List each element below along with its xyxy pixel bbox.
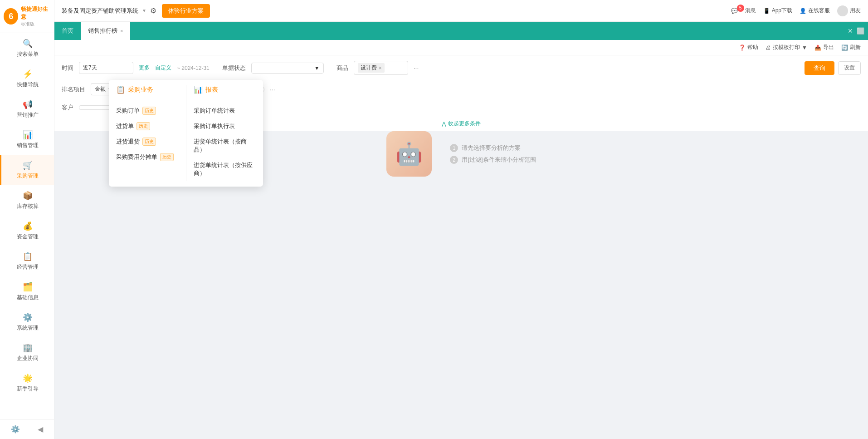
marketing-icon: 📢 — [23, 99, 33, 109]
report-col-icon: 📊 — [194, 85, 203, 94]
sidebar-item-search[interactable]: 🔍 搜索菜单 — [0, 33, 54, 64]
top-header: 装备及固定资产辅助管理系统 ▼ ⚙ 体验行业方案 💬 5 消息 📱 App下载 … — [54, 0, 868, 22]
tab-bar: 首页 销售排行榜 × ✕ ⬜ — [54, 22, 868, 40]
sidebar-item-marketing[interactable]: 📢 营销推广 — [0, 94, 54, 124]
industry-btn[interactable]: 体验行业方案 — [162, 4, 210, 18]
tab-close-all-icon[interactable]: ✕ — [848, 27, 853, 35]
sidebar-item-inventory[interactable]: 📦 库存核算 — [0, 185, 54, 216]
logo: 6 畅捷通好生意 标准版 — [0, 0, 54, 33]
dropdown-inbound-stat-supplier[interactable]: 进货单统计表（按供应商） — [194, 158, 256, 181]
system-title: 装备及固定资产辅助管理系统 — [62, 7, 138, 15]
online-service-btn[interactable]: 👤 在线客服 — [800, 7, 830, 15]
history-badge-2: 历史 — [137, 122, 150, 130]
dropdown-purchase-order-exec[interactable]: 采购订单执行表 — [194, 118, 256, 134]
sidebar-bottom: ⚙️ ◀ — [0, 419, 54, 439]
tab-sales-ranking[interactable]: 销售排行榜 × — [81, 22, 130, 40]
content-area: ❓ 帮助 🖨 按模板打印 ▼ 📤 导出 🔄 刷新 — [54, 40, 868, 439]
system-icon: ⚙️ — [23, 312, 33, 322]
basic-icon: 🗂️ — [23, 282, 33, 292]
report-col: 📊 报表 采购订单统计表 采购订单执行表 进货单统计表（按商品） — [186, 85, 263, 181]
sidebar-item-system[interactable]: ⚙️ 系统管理 — [0, 307, 54, 337]
sidebar-item-newbie[interactable]: 🌟 新手引导 — [0, 368, 54, 398]
history-badge-4: 历史 — [160, 153, 174, 161]
logo-text: 畅捷通好生意 标准版 — [21, 5, 50, 27]
notification-btn[interactable]: 💬 5 消息 — [731, 7, 756, 15]
sidebar-item-quicknav[interactable]: ⚡ 快捷导航 — [0, 64, 54, 94]
sidebar: 6 畅捷通好生意 标准版 🔍 搜索菜单 ⚡ 快捷导航 📢 营销推广 📊 销售管理 — [0, 0, 54, 439]
notification-badge: 5 — [737, 5, 744, 12]
report-col-title: 📊 报表 — [194, 85, 256, 98]
header-left: 装备及固定资产辅助管理系统 ▼ ⚙ — [62, 6, 156, 15]
tab-home[interactable]: 首页 — [54, 22, 81, 40]
purchase-col-icon: 📋 — [116, 85, 125, 94]
sidebar-item-sales[interactable]: 📊 销售管理 — [0, 124, 54, 155]
tab-restore-icon[interactable]: ⬜ — [857, 27, 864, 35]
sidebar-item-operations[interactable]: 📋 经营管理 — [0, 246, 54, 276]
sidebar-nav: 🔍 搜索菜单 ⚡ 快捷导航 📢 营销推广 📊 销售管理 🛒 采购管理 📦 — [0, 33, 54, 419]
inventory-icon: 📦 — [23, 191, 33, 201]
logo-icon: 6 — [4, 8, 18, 25]
newbie-icon: 🌟 — [23, 373, 33, 383]
purchase-col-title: 📋 采购业务 — [116, 85, 179, 98]
dropdown-purchase-order[interactable]: 采购订单 历史 — [116, 103, 179, 118]
operations-icon: 📋 — [23, 252, 33, 261]
sales-icon: 📊 — [23, 130, 33, 140]
purchase-icon: 🛒 — [23, 160, 33, 170]
dropdown-inbound-stat-goods[interactable]: 进货单统计表（按商品） — [194, 134, 256, 158]
dropdown-purchase-order-stat[interactable]: 采购订单统计表 — [194, 103, 256, 118]
purchase-dropdown-menu: 📋 采购业务 采购订单 历史 进货单 历史 进货退货 — [109, 80, 263, 187]
header-settings-icon[interactable]: ⚙ — [150, 6, 156, 15]
sidebar-item-funds[interactable]: 💰 资金管理 — [0, 216, 54, 246]
sidebar-settings-btn[interactable]: ⚙️ — [11, 425, 20, 434]
history-badge-1: 历史 — [142, 107, 156, 115]
service-icon: 👤 — [800, 8, 806, 14]
quicknav-icon: ⚡ — [23, 69, 33, 79]
dropdown-purchase-expense[interactable]: 采购费用分摊单 历史 — [116, 149, 179, 165]
dropdown-columns: 📋 采购业务 采购订单 历史 进货单 历史 进货退货 — [109, 85, 263, 181]
tab-bar-actions: ✕ ⬜ — [848, 27, 868, 35]
sidebar-collapse-btn[interactable]: ◀ — [38, 425, 43, 434]
avatar-icon — [837, 5, 848, 16]
search-icon: 🔍 — [23, 39, 33, 49]
sidebar-item-enterprise[interactable]: 🏢 企业协同 — [0, 337, 54, 368]
dropdown-inbound[interactable]: 进货单 历史 — [116, 118, 179, 134]
funds-icon: 💰 — [23, 221, 33, 231]
tab-close-icon[interactable]: × — [120, 28, 123, 34]
dropdown-inbound-return[interactable]: 进货退货 历史 — [116, 134, 179, 149]
phone-icon: 📱 — [763, 8, 770, 14]
main-content: 装备及固定资产辅助管理系统 ▼ ⚙ 体验行业方案 💬 5 消息 📱 App下载 … — [54, 0, 868, 439]
sidebar-item-purchase[interactable]: 🛒 采购管理 — [0, 155, 54, 185]
enterprise-icon: 🏢 — [23, 343, 33, 353]
history-badge-3: 历史 — [142, 138, 156, 146]
user-btn[interactable]: 用友 — [837, 5, 861, 16]
system-dropdown-arrow[interactable]: ▼ — [142, 8, 146, 13]
header-actions: 💬 5 消息 📱 App下载 👤 在线客服 用友 — [731, 5, 861, 16]
notification-label: 消息 — [745, 7, 756, 15]
app-download-btn[interactable]: 📱 App下载 — [763, 7, 792, 15]
purchase-col: 📋 采购业务 采购订单 历史 进货单 历史 进货退货 — [109, 85, 186, 181]
sidebar-item-basic[interactable]: 🗂️ 基础信息 — [0, 276, 54, 307]
